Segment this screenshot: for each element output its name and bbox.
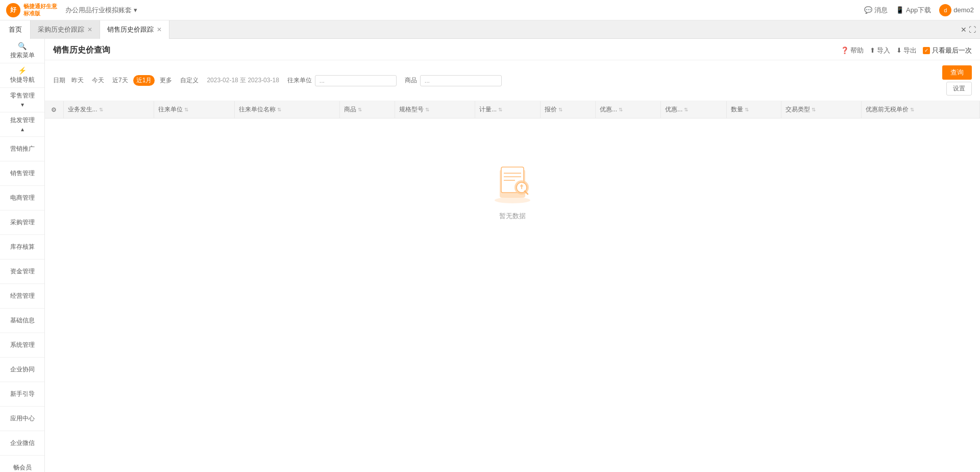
chevron-up-icon: ▴ bbox=[21, 126, 24, 133]
sort-icon-quoted-price: ⇅ bbox=[558, 107, 562, 112]
date-btn-more[interactable]: 更多 bbox=[157, 75, 175, 86]
settings-button[interactable]: 设置 bbox=[946, 82, 972, 96]
sort-icon-discount1: ⇅ bbox=[619, 107, 623, 112]
partner-filter-group: 往来单位 ... bbox=[287, 75, 397, 86]
date-btn-today[interactable]: 今天 bbox=[89, 75, 107, 86]
sales-history-tab-label: 销售历史价跟踪 bbox=[107, 25, 154, 34]
date-btn-custom[interactable]: 自定义 bbox=[177, 75, 202, 86]
search-icon: 🔍 bbox=[18, 42, 27, 50]
app-download-button[interactable]: 📱 App下载 bbox=[896, 6, 931, 15]
col-biz-date[interactable]: 业务发生... ⇅ bbox=[63, 101, 154, 119]
only-last-checkbox-label[interactable]: ✓ 只看最后一次 bbox=[923, 46, 972, 55]
sidebar-item-enterprise-collab[interactable]: 企业协同 bbox=[0, 358, 44, 382]
date-filter-group: 日期 昨天 今天 近7天 近1月 更多 自定义 2023-02-18 至 202… bbox=[53, 75, 279, 86]
message-icon: 💬 bbox=[864, 6, 872, 14]
table-container: ⚙ 业务发生... ⇅ 往来单位 bbox=[45, 101, 980, 262]
col-trade-type[interactable]: 交易类型 ⇅ bbox=[781, 101, 862, 119]
empty-text: 暂无数据 bbox=[499, 211, 526, 221]
logo-icon: 好 bbox=[6, 3, 20, 17]
filter-bar: 日期 昨天 今天 近7天 近1月 更多 自定义 2023-02-18 至 202… bbox=[45, 60, 980, 101]
sidebar-item-quick-nav[interactable]: ⚡ 快捷导航 bbox=[0, 63, 44, 88]
sidebar-item-new-guide[interactable]: 新手引导 bbox=[0, 382, 44, 407]
maximize-button[interactable]: ⛶ bbox=[969, 26, 976, 34]
sidebar-item-app-center[interactable]: 应用中心 bbox=[0, 407, 44, 431]
sort-icon-biz-date: ⇅ bbox=[99, 107, 103, 112]
sidebar-item-member[interactable]: 畅会员 bbox=[0, 456, 44, 472]
help-button[interactable]: ❓ 帮助 bbox=[841, 46, 864, 55]
logo-area: 好 畅捷通好生意 标准版 bbox=[6, 3, 57, 17]
top-bar-left: 好 畅捷通好生意 标准版 办公用品行业模拟账套 ▾ bbox=[6, 3, 137, 17]
close-tab-button[interactable]: ✕ bbox=[961, 26, 967, 34]
sidebar-item-inventory[interactable]: 库存核算 bbox=[0, 235, 44, 259]
sidebar-item-basic-info[interactable]: 基础信息 bbox=[0, 309, 44, 333]
col-spec[interactable]: 规格型号 ⇅ bbox=[395, 101, 475, 119]
page-title: 销售历史价查询 bbox=[53, 45, 110, 56]
content-area: 销售历史价查询 ❓ 帮助 ⬆ 导入 ⬇ 导出 ✓ bbox=[45, 39, 980, 472]
data-table: ⚙ 业务发生... ⇅ 往来单位 bbox=[45, 101, 980, 119]
query-button[interactable]: 查询 bbox=[942, 65, 972, 80]
col-unit[interactable]: 计量... ⇅ bbox=[475, 101, 541, 119]
col-quoted-price[interactable]: 报价 ⇅ bbox=[541, 101, 596, 119]
partner-filter-label: 往来单位 bbox=[287, 76, 312, 85]
purchase-history-tab-close[interactable]: ✕ bbox=[87, 26, 92, 33]
col-partner-code[interactable]: 往来单位 ⇅ bbox=[154, 101, 234, 119]
only-last-checkbox[interactable]: ✓ bbox=[923, 47, 930, 54]
sidebar-item-operations-mgmt[interactable]: 经营管理 bbox=[0, 284, 44, 309]
col-pretax-price[interactable]: 优惠前无税单价 ⇅ bbox=[862, 101, 980, 119]
avatar: d bbox=[939, 4, 951, 16]
col-discount1[interactable]: 优惠... ⇅ bbox=[595, 101, 660, 119]
export-button[interactable]: ⬇ 导出 bbox=[896, 46, 917, 55]
date-btn-yesterday[interactable]: 昨天 bbox=[68, 75, 87, 86]
tab-sales-history[interactable]: 销售历史价跟踪 ✕ bbox=[100, 20, 169, 39]
partner-filter-input[interactable]: ... bbox=[315, 75, 397, 86]
col-discount2[interactable]: 优惠... ⇅ bbox=[661, 101, 726, 119]
sidebar-item-finance-mgmt[interactable]: 资金管理 bbox=[0, 259, 44, 284]
sidebar-item-ecommerce-mgmt[interactable]: 电商管理 bbox=[0, 186, 44, 210]
download-icon: 📱 bbox=[896, 6, 904, 14]
user-menu[interactable]: d demo2 bbox=[939, 4, 974, 16]
col-quantity[interactable]: 数量 ⇅ bbox=[726, 101, 781, 119]
sort-icon-quantity: ⇅ bbox=[745, 107, 749, 112]
date-filter-label: 日期 bbox=[53, 76, 65, 85]
partner-input-placeholder: ... bbox=[320, 77, 325, 84]
top-bar: 好 畅捷通好生意 标准版 办公用品行业模拟账套 ▾ 💬 消息 📱 App下载 d… bbox=[0, 0, 980, 20]
empty-illustration bbox=[487, 159, 538, 205]
logo-text: 畅捷通好生意 标准版 bbox=[23, 3, 57, 16]
sidebar-item-system-mgmt[interactable]: 系统管理 bbox=[0, 333, 44, 358]
product-filter-input[interactable]: ... bbox=[420, 75, 502, 86]
main-layout: 🔍 搜索菜单 ⚡ 快捷导航 零售管理 ▾ 批发管理 ▴ 营销推广 销售管理 电商… bbox=[0, 39, 980, 472]
sidebar-item-search-menu[interactable]: 🔍 搜索菜单 bbox=[0, 39, 44, 63]
wholesale-label: 批发管理 bbox=[10, 116, 35, 125]
sidebar-item-retail-mgmt[interactable]: 零售管理 ▾ bbox=[0, 88, 44, 112]
date-buttons: 昨天 今天 近7天 近1月 更多 自定义 bbox=[68, 75, 202, 86]
app-selector[interactable]: 办公用品行业模拟账套 ▾ bbox=[65, 6, 137, 15]
tab-purchase-history[interactable]: 采购历史价跟踪 ✕ bbox=[31, 20, 100, 39]
message-button[interactable]: 💬 消息 bbox=[864, 6, 888, 15]
product-filter-label: 商品 bbox=[405, 76, 417, 85]
sort-icon-unit: ⇅ bbox=[498, 107, 502, 112]
help-icon: ❓ bbox=[841, 46, 849, 54]
col-partner-name[interactable]: 往来单位名称 ⇅ bbox=[234, 101, 340, 119]
col-product[interactable]: 商品 ⇅ bbox=[340, 101, 395, 119]
import-button[interactable]: ⬆ 导入 bbox=[870, 46, 890, 55]
filter-right-actions: 查询 设置 bbox=[942, 65, 972, 96]
tab-home[interactable]: 首页 bbox=[0, 20, 31, 39]
settings-col-icon: ⚙ bbox=[51, 106, 57, 113]
sort-icon-spec: ⇅ bbox=[425, 107, 429, 112]
sidebar-item-wholesale-mgmt[interactable]: 批发管理 ▴ bbox=[0, 112, 44, 137]
sort-icon-partner-code: ⇅ bbox=[184, 107, 188, 112]
page-header: 销售历史价查询 ❓ 帮助 ⬆ 导入 ⬇ 导出 ✓ bbox=[45, 39, 980, 60]
page-container: 销售历史价查询 ❓ 帮助 ⬆ 导入 ⬇ 导出 ✓ bbox=[45, 39, 980, 472]
date-btn-1month[interactable]: 近1月 bbox=[133, 75, 155, 86]
sort-icon-trade-type: ⇅ bbox=[812, 107, 816, 112]
sidebar-item-marketing[interactable]: 营销推广 bbox=[0, 137, 44, 161]
sort-icon-partner-name: ⇅ bbox=[277, 107, 281, 112]
sales-history-tab-close[interactable]: ✕ bbox=[157, 26, 162, 33]
sidebar-item-enterprise-wechat[interactable]: 企业微信 bbox=[0, 431, 44, 456]
sidebar: 🔍 搜索菜单 ⚡ 快捷导航 零售管理 ▾ 批发管理 ▴ 营销推广 销售管理 电商… bbox=[0, 39, 45, 472]
sidebar-item-purchase-mgmt[interactable]: 采购管理 bbox=[0, 210, 44, 235]
sidebar-item-sales-mgmt[interactable]: 销售管理 bbox=[0, 161, 44, 186]
date-btn-7days[interactable]: 近7天 bbox=[109, 75, 131, 86]
top-bar-right: 💬 消息 📱 App下载 d demo2 bbox=[864, 4, 974, 16]
col-settings[interactable]: ⚙ bbox=[45, 101, 63, 119]
